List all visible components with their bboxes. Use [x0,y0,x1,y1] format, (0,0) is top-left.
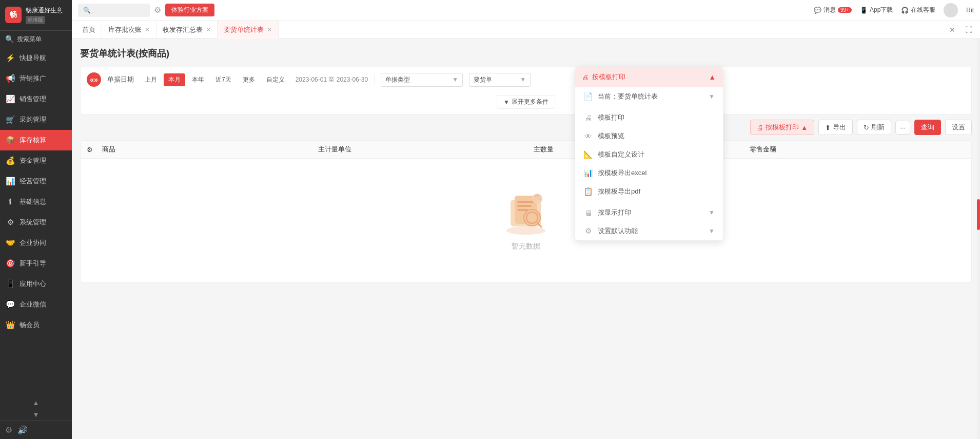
doc-type-label: 单据类型 [385,75,410,84]
sidebar-item-system[interactable]: ⚙ 系统管理 [0,212,72,233]
cooperation-icon: 🤝 [5,238,15,248]
sales-icon: 📈 [5,94,15,104]
doc-type-select[interactable]: 单据类型 ▼ [381,73,463,87]
sidebar-scroll-down[interactable]: ▼ [0,409,72,421]
sidebar-item-marketing[interactable]: 📢 营销推广 [0,68,72,89]
dropdown-template-excel[interactable]: 📊 按模板导出excel [575,164,723,182]
tab-inventory-batch[interactable]: 库存批次账 ✕ [102,21,156,39]
tab-close-order-stats[interactable]: ✕ [267,26,272,33]
print-button[interactable]: 🖨 按模板打印 ▲ [750,120,814,135]
dropdown-header: 🖨 按模板打印 ▲ [575,67,723,87]
tab-order-stats[interactable]: 要货单统计表 ✕ [218,21,279,39]
export-button[interactable]: ⬆ 导出 [818,120,853,135]
custom-date-button[interactable]: 自定义 [262,73,289,86]
top-search-input[interactable]: 🔍 [78,4,150,17]
sidebar-item-cooperation[interactable]: 🤝 企业协同 [0,233,72,253]
prev-month-button[interactable]: 上月 [140,73,162,86]
trial-button[interactable]: 体验行业方案 [165,4,214,16]
main-area: 🔍 ⚙ 体验行业方案 💬 消息 99+ 📱 App下载 🎧 在线客服 Rit [72,0,980,439]
chevron-right-icon-2: ▼ [709,209,715,216]
current-year-button[interactable]: 本年 [187,73,209,86]
svg-rect-5 [517,209,528,211]
yaohuod-filter[interactable]: 要货单 ▼ [469,73,531,87]
top-bar-left: 🔍 ⚙ 体验行业方案 [78,4,214,17]
pdf-icon: 📋 [583,187,593,196]
tab-receipt-summary[interactable]: 收发存汇总表 ✕ [156,21,218,39]
table-column-unit: 主计量单位 [318,145,534,154]
top-bar: 🔍 ⚙ 体验行业方案 💬 消息 99+ 📱 App下载 🎧 在线客服 Rit [72,0,980,21]
refresh-button[interactable]: ↻ 刷新 [857,120,891,135]
dropdown-printer-icon: 🖨 [582,73,589,81]
table-column-gear[interactable]: ⚙ [87,146,102,154]
more-options-button[interactable]: ··· [895,121,910,135]
page-title: 要货单统计表(按商品) [80,47,972,60]
sidebar-item-operations[interactable]: 📊 经营管理 [0,171,72,192]
tab-maximize-button[interactable]: ⛶ [962,23,976,37]
preview-icon: 👁 [583,132,593,141]
dropdown-set-default[interactable]: ⚙ 设置默认功能 ▼ [575,222,723,240]
table-column-retail-amount: 零售金额 [750,145,966,154]
date-filter-label: 单据日期 [107,75,134,84]
tab-close-inventory-batch[interactable]: ✕ [145,26,150,33]
more-date-button[interactable]: 更多 [238,73,260,86]
sidebar-item-finance[interactable]: 💰 资金管理 [0,150,72,171]
sidebar-nav: ⚡ 快捷导航 📢 营销推广 📈 销售管理 🛒 采购管理 📦 库存核算 💰 资金管… [0,48,72,397]
empty-text: 暂无数据 [512,242,540,251]
dropdown-collapse-icon[interactable]: ▲ [709,73,716,81]
volume-icon[interactable]: 🔊 [17,425,28,435]
download-icon: 📱 [860,7,868,14]
chevron-down-icon-2: ▼ [520,76,526,83]
sidebar-item-inventory[interactable]: 📦 库存核算 [0,130,72,150]
tab-home[interactable]: 首页 [76,21,102,39]
user-name[interactable]: Rit [966,7,974,14]
sidebar-item-membership[interactable]: 👑 畅会员 [0,315,72,335]
current-month-button[interactable]: 本月 [164,73,185,86]
search-icon: 🔍 [5,35,14,43]
dropdown-template-preview[interactable]: 👁 模板预览 [575,127,723,145]
quick-nav-icon: ⚡ [5,53,15,63]
dropdown-current-template[interactable]: 📄 当前：要货单统计表 ▼ [575,87,723,106]
settings-icon[interactable]: ⚙ [5,425,12,435]
expand-more-button[interactable]: ▼ 展开更多条件 [497,95,555,109]
sidebar-item-quick-nav[interactable]: ⚡ 快捷导航 [0,48,72,68]
tab-right-controls: ✕ ⛶ [945,23,976,37]
enterprise-wechat-icon: 💬 [5,299,15,310]
printer-icon-2: 🖨 [583,113,593,122]
yaohuod-label: 要货单 [474,75,492,84]
sidebar-item-enterprise-wechat[interactable]: 💬 企业微信 [0,294,72,315]
sidebar-item-beginner[interactable]: 🎯 新手引导 [0,253,72,274]
divider [374,74,375,85]
sidebar-item-sales[interactable]: 📈 销售管理 [0,89,72,109]
svg-rect-4 [517,205,532,207]
query-button[interactable]: 查询 [914,120,941,135]
sidebar-search-item[interactable]: 🔍 搜索菜单 [0,31,72,48]
dropdown-template-design[interactable]: 📐 模板自定义设计 [575,145,723,164]
export-icon: ⬆ [825,124,831,131]
top-bar-right: 💬 消息 99+ 📱 App下载 🎧 在线客服 Rit [814,3,974,17]
sidebar-item-basic[interactable]: ℹ 基础信息 [0,192,72,212]
filter-expand-button[interactable]: «» [87,72,101,87]
date-range-display: 2023-06-01 至 2023-06-30 [296,75,368,84]
scrollbar-thumb[interactable] [977,199,980,230]
tab-close-receipt-summary[interactable]: ✕ [206,26,211,33]
settings-button[interactable]: 设置 [945,120,972,135]
sidebar-logo: 畅 畅康通好生意 标准版 [0,0,72,31]
design-icon: 📐 [583,150,593,159]
app-download-button[interactable]: 📱 App下载 [860,6,893,14]
dropdown-display-print[interactable]: 🖥 按显示打印 ▼ [575,203,723,222]
last-7-days-button[interactable]: 近7天 [211,73,236,86]
dropdown-template-pdf[interactable]: 📋 按模板导出pdf [575,182,723,201]
chevron-down-icon: ▼ [452,76,458,83]
messages-button[interactable]: 💬 消息 99+ [814,6,852,14]
user-avatar[interactable] [944,3,958,17]
sidebar-item-purchase[interactable]: 🛒 采购管理 [0,109,72,130]
online-service-button[interactable]: 🎧 在线客服 [901,6,935,14]
tab-close-all-button[interactable]: ✕ [945,23,959,37]
expand-more-icon: ▼ [503,99,509,106]
sidebar-item-app-center[interactable]: 📱 应用中心 [0,274,72,294]
gear-icon[interactable]: ⚙ [154,5,161,15]
date-group: 上月 本月 本年 近7天 更多 自定义 [140,73,289,86]
dropdown-template-print[interactable]: 🖨 模板打印 [575,108,723,127]
empty-icon [500,189,552,236]
sidebar-scroll-up[interactable]: ▲ [0,397,72,409]
